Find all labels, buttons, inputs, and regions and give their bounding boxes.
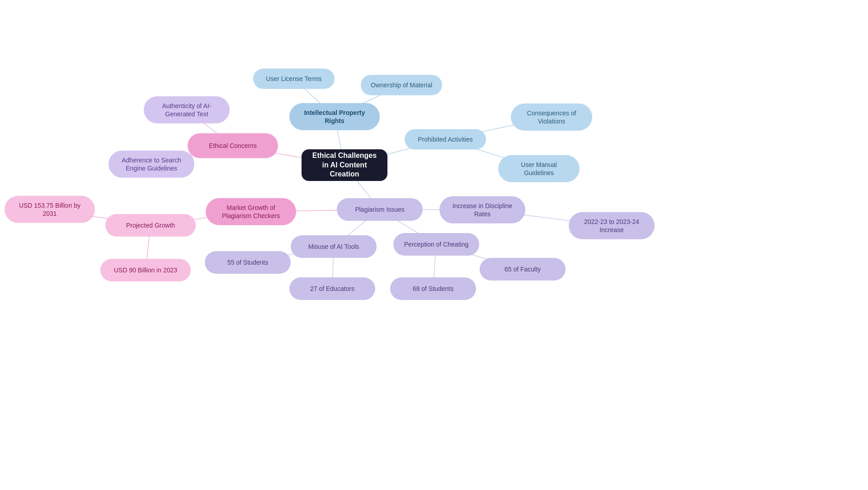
node-user_manual: User Manual Guidelines [498,155,580,182]
node-ethical_concerns: Ethical Concerns [188,133,278,158]
mind-map: Ethical Challenges in AI Content Creatio… [0,0,868,490]
node-consequences: Consequences of Violations [511,104,592,131]
node-usd_153: USD 153.75 Billion by 2031 [5,196,95,223]
node-68_students: 68 of Students [390,277,476,300]
node-2022_23: 2022-23 to 2023-24 Increase [569,212,655,239]
node-55_students: 55 of Students [205,251,291,274]
node-usd_90: USD 90 Billion in 2023 [100,259,191,281]
node-ownership: Ownership of Material [361,75,442,95]
node-prohibited_activities: Prohibited Activities [405,129,486,150]
node-plagiarism_issues: Plagiarism Issues [337,198,423,221]
node-projected_growth: Projected Growth [105,214,196,237]
node-market_growth: Market Growth of Plagiarism Checkers [206,198,296,225]
node-authenticity: Authenticity of AI-Generated Text [144,96,230,124]
node-intellectual_property: Intellectual Property Rights [289,103,380,130]
node-adherence: Adherence to Search Engine Guidelines [108,151,194,178]
node-increase_discipline: Increase in Discipline Rates [439,196,525,224]
node-misuse_ai: Misuse of AI Tools [291,235,377,258]
node-65_faculty: 65 of Faculty [480,258,566,281]
node-perception_cheating: Perception of Cheating [393,233,479,256]
node-27_educators: 27 of Educators [289,277,375,300]
node-center: Ethical Challenges in AI Content Creatio… [302,149,387,181]
node-user_license: User License Terms [253,69,335,89]
